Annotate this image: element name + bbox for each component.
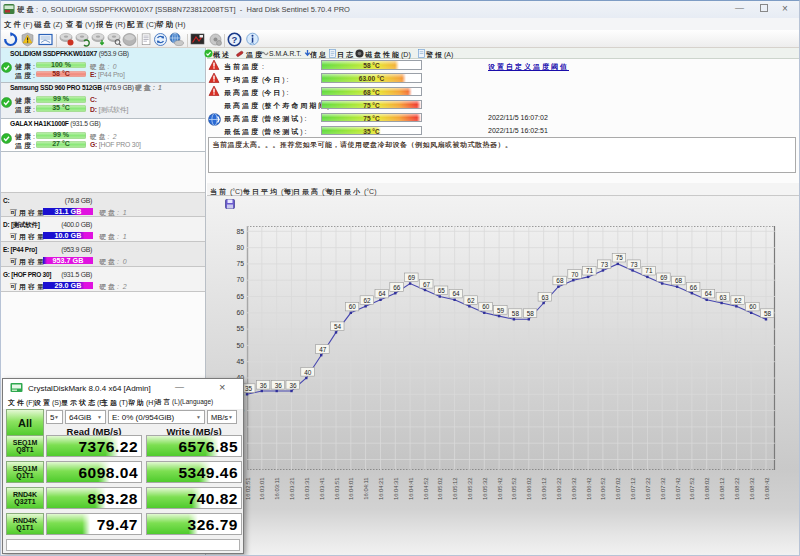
- svg-text:16:03:41: 16:03:41: [319, 478, 325, 501]
- svg-text:16:07:32: 16:07:32: [660, 478, 666, 501]
- svg-text:16:06:22: 16:06:22: [556, 478, 562, 501]
- svg-text:59: 59: [497, 307, 505, 314]
- svg-text:45: 45: [236, 358, 244, 365]
- svg-text:73: 73: [631, 261, 639, 268]
- svg-text:16:08:22: 16:08:22: [734, 478, 740, 501]
- svg-text:64: 64: [378, 290, 386, 297]
- svg-text:58: 58: [764, 310, 772, 317]
- svg-text:16:08:02: 16:08:02: [704, 478, 710, 501]
- svg-text:70: 70: [571, 271, 579, 278]
- svg-text:66: 66: [690, 284, 698, 291]
- svg-text:55: 55: [236, 325, 244, 332]
- svg-text:16:04:52: 16:04:52: [423, 478, 429, 501]
- svg-text:54: 54: [334, 323, 342, 330]
- svg-text:65: 65: [236, 293, 244, 300]
- svg-text:16:06:52: 16:06:52: [600, 478, 606, 501]
- svg-text:63: 63: [542, 294, 550, 301]
- svg-text:16:05:02: 16:05:02: [437, 478, 443, 501]
- svg-text:16:04:21: 16:04:21: [378, 478, 384, 501]
- svg-text:16:04:01: 16:04:01: [348, 478, 354, 501]
- svg-text:67: 67: [423, 281, 431, 288]
- svg-text:16:04:31: 16:04:31: [393, 478, 399, 501]
- svg-text:35: 35: [245, 385, 253, 392]
- svg-text:50: 50: [236, 342, 244, 349]
- svg-text:16:07:02: 16:07:02: [615, 478, 621, 501]
- svg-text:36: 36: [260, 382, 268, 389]
- svg-text:70: 70: [236, 276, 244, 283]
- svg-text:85: 85: [236, 228, 244, 235]
- svg-text:62: 62: [734, 297, 742, 304]
- svg-text:16:06:12: 16:06:12: [541, 478, 547, 501]
- svg-text:16:06:42: 16:06:42: [586, 478, 592, 501]
- svg-text:58: 58: [527, 310, 535, 317]
- svg-text:16:08:12: 16:08:12: [719, 478, 725, 501]
- svg-text:?: ?: [232, 34, 238, 45]
- svg-text:65: 65: [438, 287, 446, 294]
- svg-text:47: 47: [319, 346, 327, 353]
- svg-text:64: 64: [453, 290, 461, 297]
- svg-text:16:07:22: 16:07:22: [645, 478, 651, 501]
- svg-text:64: 64: [705, 290, 713, 297]
- svg-text:60: 60: [236, 309, 244, 316]
- svg-text:71: 71: [586, 267, 594, 274]
- svg-text:62: 62: [364, 297, 372, 304]
- svg-text:16:06:02: 16:06:02: [526, 478, 532, 501]
- svg-text:16:03:21: 16:03:21: [289, 478, 295, 501]
- svg-text:75: 75: [236, 260, 244, 267]
- svg-text:60: 60: [749, 303, 757, 310]
- svg-text:16:06:32: 16:06:32: [571, 478, 577, 501]
- svg-text:16:05:42: 16:05:42: [497, 478, 503, 501]
- svg-text:63: 63: [720, 294, 728, 301]
- svg-text:68: 68: [675, 277, 683, 284]
- svg-text:16:04:11: 16:04:11: [363, 478, 369, 500]
- svg-text:16:05:12: 16:05:12: [452, 478, 458, 501]
- svg-text:80: 80: [236, 244, 244, 251]
- svg-text:16:03:31: 16:03:31: [304, 478, 310, 501]
- svg-text:36: 36: [289, 382, 297, 389]
- svg-text:40: 40: [304, 369, 312, 376]
- svg-text:62: 62: [467, 297, 475, 304]
- svg-text:75: 75: [616, 254, 624, 261]
- svg-text:71: 71: [645, 267, 653, 274]
- svg-text:68: 68: [556, 277, 564, 284]
- svg-text:16:03:01: 16:03:01: [259, 478, 265, 501]
- svg-text:16:07:12: 16:07:12: [630, 478, 636, 501]
- svg-text:58: 58: [512, 310, 520, 317]
- svg-text:16:04:41: 16:04:41: [408, 478, 414, 501]
- svg-text:16:05:22: 16:05:22: [467, 478, 473, 501]
- svg-text:16:07:42: 16:07:42: [675, 478, 681, 501]
- svg-text:69: 69: [660, 274, 668, 281]
- svg-text:60: 60: [482, 303, 490, 310]
- svg-text:69: 69: [408, 274, 416, 281]
- svg-text:16:08:32: 16:08:32: [749, 478, 755, 501]
- svg-text:60: 60: [349, 303, 357, 310]
- svg-text:16:02:51: 16:02:51: [245, 478, 251, 501]
- svg-text:16:03:51: 16:03:51: [334, 478, 340, 501]
- svg-text:16:05:52: 16:05:52: [511, 478, 517, 501]
- svg-text:73: 73: [601, 261, 609, 268]
- svg-text:16:03:11: 16:03:11: [274, 478, 280, 500]
- svg-text:16:07:52: 16:07:52: [689, 478, 695, 501]
- svg-text:36: 36: [275, 382, 283, 389]
- svg-text:16:05:32: 16:05:32: [482, 478, 488, 501]
- svg-text:66: 66: [393, 284, 401, 291]
- svg-text:16:08:42: 16:08:42: [764, 478, 770, 501]
